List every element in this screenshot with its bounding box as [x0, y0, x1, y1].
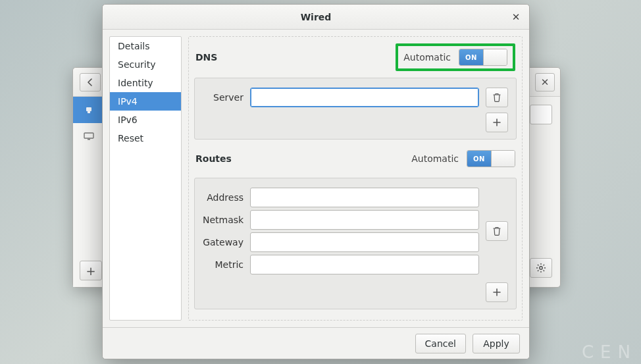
- sidebar-item-label: Reset: [118, 133, 143, 143]
- dialog-sidebar: Details Security Identity IPv4 IPv6 Rese…: [109, 36, 182, 321]
- plus-icon: [493, 118, 501, 126]
- dns-heading: DNS: [195, 52, 217, 63]
- toggle-on-label: ON: [467, 151, 491, 167]
- back-button[interactable]: [80, 73, 101, 91]
- background-close-button[interactable]: ✕: [535, 73, 555, 91]
- svg-point-4: [540, 267, 542, 269]
- close-icon: ✕: [541, 76, 550, 88]
- trash-icon: [492, 92, 501, 103]
- sidebar-item-label: Details: [118, 41, 150, 51]
- toggle-handle: [483, 49, 507, 65]
- route-gateway-input[interactable]: [250, 232, 479, 252]
- route-delete-button[interactable]: [486, 221, 508, 241]
- wired-settings-dialog: Wired ✕ Details Security Identity IPv4 I…: [102, 4, 530, 359]
- cancel-button[interactable]: Cancel: [415, 334, 466, 353]
- routes-automatic-toggle[interactable]: ON: [467, 150, 515, 167]
- svg-line-9: [538, 265, 538, 265]
- dns-servers-panel: Server: [194, 78, 517, 140]
- route-metric-input[interactable]: [250, 255, 479, 274]
- apply-button[interactable]: Apply: [473, 334, 520, 353]
- background-sidebar-item-wired[interactable]: [73, 97, 104, 123]
- dns-automatic-highlight: Automatic ON: [396, 43, 515, 71]
- routes-automatic-label: Automatic: [411, 153, 459, 164]
- routes-entry-group: Address Netmask Gateway Metric: [203, 185, 508, 277]
- sidebar-item-label: Security: [118, 59, 156, 70]
- dialog-titlebar: Wired ✕: [103, 5, 529, 30]
- dns-automatic-label: Automatic: [403, 52, 451, 63]
- background-sidebar-item-other[interactable]: [73, 123, 104, 149]
- routes-section-header: Routes Automatic ON: [194, 140, 517, 174]
- dns-server-label: Server: [203, 92, 244, 103]
- routes-panel: Address Netmask Gateway Metric: [194, 178, 517, 309]
- routes-add-row: [203, 282, 508, 302]
- dialog-close-button[interactable]: ✕: [509, 11, 523, 24]
- dialog-title: Wired: [301, 12, 332, 22]
- sidebar-item-ipv6[interactable]: IPv6: [110, 111, 181, 129]
- sidebar-item-reset[interactable]: Reset: [110, 129, 181, 147]
- sidebar-item-identity[interactable]: Identity: [110, 74, 181, 92]
- plus-icon: [493, 288, 501, 296]
- sidebar-item-security[interactable]: Security: [110, 55, 181, 74]
- gear-icon: [536, 263, 546, 273]
- routes-heading: Routes: [195, 153, 232, 164]
- svg-rect-1: [88, 111, 90, 113]
- sidebar-item-label: IPv6: [118, 115, 138, 125]
- sidebar-item-label: IPv4: [118, 96, 138, 107]
- background-panel-box: [530, 105, 552, 124]
- route-address-row: Address: [203, 188, 479, 207]
- route-gateway-label: Gateway: [203, 237, 244, 247]
- route-gateway-row: Gateway: [203, 232, 479, 252]
- button-label: Cancel: [425, 338, 456, 349]
- close-icon: ✕: [512, 11, 521, 23]
- plus-icon: +: [86, 264, 95, 278]
- dns-server-input[interactable]: [250, 88, 479, 107]
- dns-add-row: [203, 113, 508, 132]
- svg-rect-2: [84, 133, 93, 138]
- route-address-label: Address: [203, 192, 244, 203]
- toggle-on-label: ON: [459, 49, 483, 65]
- svg-line-12: [544, 265, 544, 265]
- network-wired-icon: [83, 105, 95, 115]
- route-metric-row: Metric: [203, 255, 479, 274]
- svg-rect-3: [88, 139, 90, 140]
- ipv4-content: DNS Automatic ON Server: [188, 36, 523, 321]
- sidebar-item-label: Identity: [118, 78, 153, 88]
- dns-section-header: DNS Automatic ON: [194, 39, 517, 78]
- dialog-footer: Cancel Apply: [103, 327, 529, 359]
- toggle-handle: [491, 151, 515, 167]
- routes-add-button[interactable]: [486, 282, 508, 302]
- dns-add-button[interactable]: [486, 113, 508, 132]
- route-netmask-input[interactable]: [250, 210, 479, 230]
- background-gear-button[interactable]: [530, 258, 552, 278]
- route-metric-label: Metric: [203, 259, 244, 270]
- background-add-button[interactable]: +: [80, 261, 102, 280]
- route-netmask-label: Netmask: [203, 215, 244, 225]
- svg-line-11: [538, 271, 538, 271]
- background-sidebar: [73, 97, 105, 287]
- route-netmask-row: Netmask: [203, 210, 479, 230]
- sidebar-item-details[interactable]: Details: [110, 37, 181, 55]
- route-address-input[interactable]: [250, 188, 479, 207]
- dns-server-row: Server: [203, 88, 508, 107]
- svg-rect-0: [86, 107, 91, 111]
- chevron-left-icon: [87, 78, 93, 86]
- trash-icon: [492, 226, 501, 236]
- dialog-body: Details Security Identity IPv4 IPv6 Rese…: [103, 30, 529, 327]
- dns-server-delete-button[interactable]: [486, 88, 508, 107]
- svg-line-10: [544, 271, 544, 271]
- sidebar-item-ipv4[interactable]: IPv4: [110, 92, 181, 111]
- monitor-icon: [83, 132, 95, 141]
- dns-automatic-toggle[interactable]: ON: [459, 49, 507, 66]
- button-label: Apply: [483, 338, 509, 349]
- watermark-text: CEN: [582, 342, 637, 362]
